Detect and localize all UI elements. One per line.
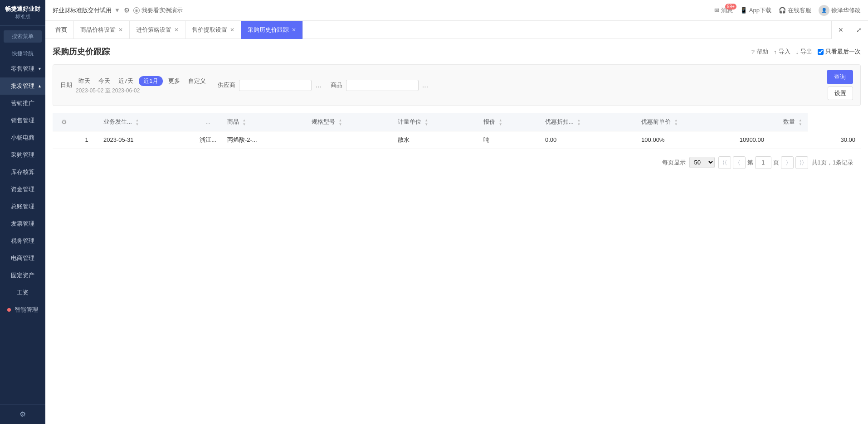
- pagination-prev-button[interactable]: ⟨: [733, 156, 746, 169]
- td-seq: 1: [75, 131, 98, 149]
- topbar-service-button[interactable]: 🎧 在线客服: [779, 6, 811, 14]
- import-icon: ↑: [774, 48, 777, 55]
- topbar-settings-icon[interactable]: ⚙: [124, 6, 130, 14]
- tab-history-price[interactable]: 采购历史价跟踪 ✕: [241, 21, 303, 39]
- smart-dot-indicator: [7, 308, 11, 312]
- date-option-today[interactable]: 今天: [96, 76, 113, 86]
- sidebar-item-salary[interactable]: 工资: [0, 284, 45, 301]
- sidebar-item-wholesale[interactable]: 批发管理: [0, 77, 45, 95]
- th-unit-sort-icon: ▲▼: [424, 118, 428, 126]
- page-title: 采购历史价跟踪: [53, 46, 110, 57]
- th-spec[interactable]: 规格型号 ▲▼: [306, 113, 392, 131]
- topbar-demo-label: 我要看实例演示: [141, 6, 183, 14]
- sidebar-item-retail[interactable]: 零售管理: [0, 60, 45, 77]
- tab-history-price-close-icon[interactable]: ✕: [292, 27, 296, 33]
- sidebar-item-fixed-assets[interactable]: 固定资产: [0, 267, 45, 284]
- th-goods[interactable]: 商品 ▲▼: [222, 113, 306, 131]
- filter-supplier-input[interactable]: [239, 80, 312, 91]
- table-wrapper: ⚙ 业务发生... ▲▼ ... 商品: [53, 113, 861, 149]
- query-button[interactable]: 查询: [827, 70, 853, 84]
- sidebar-item-smart[interactable]: 智能管理: [0, 301, 45, 318]
- per-page-select[interactable]: 10 20 50 100: [689, 157, 715, 168]
- sidebar-item-tax[interactable]: 税务管理: [0, 232, 45, 250]
- td-spec: [306, 131, 392, 149]
- th-goods-sort-icon: ▲▼: [243, 118, 246, 126]
- sidebar: 畅捷通好业财 标准版 搜索菜单 快捷导航 零售管理 批发管理 营销推广 销售管理…: [0, 0, 45, 424]
- sidebar-quick-nav[interactable]: 快捷导航: [0, 47, 45, 60]
- date-option-more[interactable]: 更多: [166, 76, 183, 86]
- filter-goods-input[interactable]: [346, 80, 419, 91]
- only-last-checkbox-label[interactable]: 只看最后一次: [818, 48, 861, 56]
- pagination-page-input[interactable]: [755, 156, 771, 169]
- topbar-product-name: 好业财标准版交付试用: [53, 6, 112, 14]
- pagination-last-button[interactable]: ⟩⟩: [795, 156, 808, 169]
- filter-supplier-label: 供应商: [218, 81, 235, 89]
- filter-date-range: 2023-05-02 至 2023-06-02: [76, 87, 209, 95]
- sidebar-settings[interactable]: ⚙: [0, 404, 45, 424]
- sidebar-item-finance[interactable]: 资金管理: [0, 181, 45, 198]
- topbar-message-button[interactable]: ✉ 消息 99+: [714, 6, 733, 14]
- page-suffix: 页: [773, 159, 779, 167]
- only-last-checkbox[interactable]: [818, 49, 824, 55]
- import-label: 导入: [779, 48, 790, 56]
- date-option-1month[interactable]: 近1月: [139, 76, 163, 86]
- topbar-demo-button[interactable]: ◉ 我要看实例演示: [133, 6, 183, 14]
- sidebar-item-invoice[interactable]: 发票管理: [0, 215, 45, 232]
- filter-settings-button[interactable]: 设置: [828, 87, 853, 100]
- sidebar-item-tax-label: 税务管理: [11, 237, 34, 244]
- sidebar-logo: 畅捷通好业财 标准版: [0, 0, 45, 26]
- import-button[interactable]: ↑ 导入: [774, 48, 790, 56]
- main-area: 好业财标准版交付试用 ▼ ⚙ ◉ 我要看实例演示 ✉ 消息 99+ 📱 App下…: [45, 0, 868, 424]
- per-page-label: 每页显示: [662, 159, 686, 167]
- topbar-app-download-button[interactable]: 📱 App下载: [740, 6, 771, 14]
- filter-goods-dots[interactable]: ...: [422, 81, 428, 89]
- sidebar-item-ecommerce-small[interactable]: 小畅电商: [0, 129, 45, 146]
- th-gear[interactable]: ⚙: [53, 113, 75, 131]
- tab-sale-price[interactable]: 售价提取设置 ✕: [185, 21, 241, 39]
- tab-purchase-strategy-close-icon[interactable]: ✕: [174, 27, 179, 33]
- tab-purchase-strategy[interactable]: 进价策略设置 ✕: [130, 21, 185, 39]
- topbar-user-menu[interactable]: 👤 徐泽华修改: [819, 5, 861, 16]
- extra-cols-label: ...: [205, 119, 210, 125]
- th-price[interactable]: 报价 ▲▼: [478, 113, 540, 131]
- gear-icon[interactable]: ⚙: [61, 118, 67, 125]
- sidebar-item-marketing[interactable]: 营销推广: [0, 95, 45, 112]
- th-unit[interactable]: 计量单位 ▲▼: [392, 113, 478, 131]
- tab-price-close-icon[interactable]: ✕: [118, 27, 123, 33]
- tab-home[interactable]: 首页: [49, 21, 74, 39]
- sidebar-item-retail-label: 零售管理: [11, 65, 34, 72]
- th-extra-cols[interactable]: ...: [194, 113, 222, 131]
- th-spec-sort-icon: ▲▼: [339, 118, 342, 126]
- help-label: 帮助: [756, 48, 768, 56]
- settings-icon[interactable]: ⚙: [20, 410, 26, 418]
- search-menu-button[interactable]: 搜索菜单: [4, 30, 42, 43]
- filter-goods-label: 商品: [331, 81, 342, 89]
- th-date[interactable]: 业务发生... ▲▼: [98, 113, 194, 131]
- filter-date-label: 日期: [60, 81, 72, 89]
- pagination-next-button[interactable]: ⟩: [781, 156, 794, 169]
- th-discount[interactable]: 优惠折扣... ▲▼: [540, 113, 636, 131]
- topbar-product-selector[interactable]: 好业财标准版交付试用 ▼: [53, 6, 120, 14]
- date-option-7days[interactable]: 近7天: [116, 76, 136, 86]
- date-option-custom[interactable]: 自定义: [185, 76, 209, 86]
- date-option-yesterday[interactable]: 昨天: [76, 76, 93, 86]
- sidebar-search-section[interactable]: 搜索菜单: [0, 26, 45, 47]
- sidebar-item-ledger[interactable]: 总账管理: [0, 198, 45, 215]
- tab-maximize-button[interactable]: ⤢: [850, 21, 868, 39]
- sidebar-item-smart-label: 智能管理: [15, 306, 38, 313]
- sidebar-item-ecommerce[interactable]: 电商管理: [0, 250, 45, 267]
- export-button[interactable]: ↓ 导出: [796, 48, 813, 56]
- th-discount-sort-icon: ▲▼: [577, 118, 580, 126]
- th-qty[interactable]: 数量 ▲▼: [734, 113, 808, 131]
- pagination-first-button[interactable]: ⟨⟨: [718, 156, 731, 169]
- tab-price[interactable]: 商品价格设置 ✕: [74, 21, 130, 39]
- sidebar-item-inventory[interactable]: 库存核算: [0, 164, 45, 181]
- tab-close-window-button[interactable]: ✕: [832, 21, 850, 39]
- sidebar-item-purchase[interactable]: 采购管理: [0, 146, 45, 164]
- logo-title: 畅捷通好业财: [4, 5, 42, 13]
- filter-supplier-dots[interactable]: ...: [315, 81, 321, 89]
- sidebar-item-sales[interactable]: 销售管理: [0, 112, 45, 129]
- th-before-discount[interactable]: 优惠前单价 ▲▼: [636, 113, 734, 131]
- tab-sale-price-close-icon[interactable]: ✕: [230, 27, 234, 33]
- help-button[interactable]: ? 帮助: [751, 48, 768, 56]
